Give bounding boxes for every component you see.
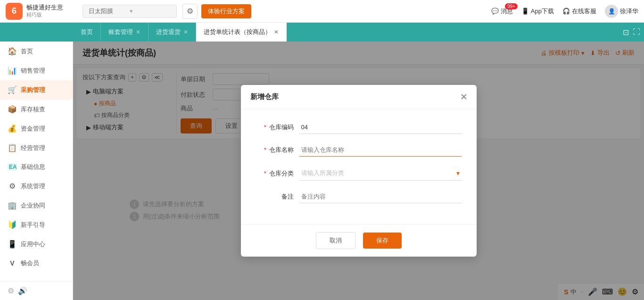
message-badge: 99+ — [505, 3, 518, 9]
search-text: 日太阳膜 — [89, 7, 130, 16]
tab-account-label: 账套管理 — [108, 28, 133, 36]
save-button[interactable]: 保存 — [363, 233, 402, 249]
header-search-box[interactable]: 日太阳膜 ▾ — [83, 5, 177, 18]
sidebar-item-member[interactable]: V 畅会员 — [0, 254, 73, 273]
category-required-star: * — [264, 170, 266, 177]
tab-purchase-return[interactable]: 进货退货 ✕ — [149, 23, 196, 42]
home-icon: 🏠 — [8, 47, 17, 56]
member-icon: V — [8, 259, 17, 267]
sidebar-bottom: ⚙ 🔊 — [0, 281, 73, 300]
app-download-label: App下载 — [531, 7, 554, 16]
tab-purchase-return-label: 进货退货 — [156, 28, 181, 36]
name-required-star: * — [264, 146, 266, 153]
main-layout: 🏠 首页 📊 销售管理 🛒 采购管理 📦 库存核查 💰 资金管理 📋 经营管理 … — [0, 42, 644, 300]
enterprise-icon: 🏢 — [8, 201, 17, 210]
sidebar-item-apps[interactable]: 📱 应用中心 — [0, 234, 73, 254]
system-icon: ⚙ — [8, 182, 17, 191]
operation-icon: 📋 — [8, 143, 17, 152]
tab-purchase-stats[interactable]: 进货单统计表（按商品） ✕ — [196, 23, 287, 42]
name-input[interactable] — [299, 143, 462, 157]
name-label: * 仓库名称 — [256, 146, 294, 154]
code-required-star: * — [264, 124, 266, 131]
tab-account[interactable]: 账套管理 ✕ — [101, 23, 149, 42]
speaker-icon[interactable]: 🔊 — [18, 286, 27, 295]
sidebar-inventory-label: 库存核查 — [21, 105, 45, 114]
headset-icon: 🎧 — [562, 8, 570, 15]
purchase-icon: 🛒 — [8, 85, 17, 94]
form-row-note: 备注 — [256, 190, 462, 203]
sidebar-enterprise-label: 企业协同 — [21, 201, 45, 210]
tab-bar-right: ⊡ ⛶ — [623, 28, 644, 37]
tab-expand-icon[interactable]: ⛶ — [633, 28, 640, 36]
sidebar-item-operation[interactable]: 📋 经营管理 — [0, 138, 73, 158]
tab-account-close[interactable]: ✕ — [136, 29, 140, 35]
settings-bottom-icon[interactable]: ⚙ — [8, 286, 14, 295]
sidebar-item-system[interactable]: ⚙ 系统管理 — [0, 176, 73, 196]
sidebar-item-basic[interactable]: EA 基础信息 — [0, 158, 73, 176]
message-icon: 💬 — [491, 8, 499, 15]
tab-purchase-stats-label: 进货单统计表（按商品） — [204, 28, 271, 36]
code-label: * 仓库编码 — [256, 123, 294, 132]
sidebar-item-inventory[interactable]: 📦 库存核查 — [0, 100, 73, 119]
category-dropdown-icon: ▾ — [456, 169, 460, 177]
sidebar-item-finance[interactable]: 💰 资金管理 — [0, 119, 73, 138]
cancel-button[interactable]: 取消 — [316, 232, 355, 249]
sidebar-member-label: 畅会员 — [21, 259, 39, 267]
app-download-button[interactable]: 📱 App下载 — [521, 7, 554, 16]
tab-home-label: 首页 — [81, 28, 93, 36]
tab-restore-icon[interactable]: ⊡ — [623, 28, 629, 37]
sidebar-item-guide[interactable]: 🔰 新手引导 — [0, 215, 73, 234]
guide-icon: 🔰 — [8, 220, 17, 229]
content-area: 进货单统计(按商品) 🖨 按模板打印 ▾ ⬇ 导出 ↺ 刷新 — [73, 42, 644, 300]
note-label: 备注 — [256, 192, 294, 201]
header-right: 💬 消息 99+ 📱 App下载 🎧 在线客服 👤 徐泽华 — [491, 5, 638, 18]
category-placeholder: 请输入所属分类 — [301, 169, 456, 177]
experience-button[interactable]: 体验行业方案 — [201, 4, 251, 18]
form-row-category: * 仓库分类 请输入所属分类 ▾ — [256, 166, 462, 181]
sidebar-sales-label: 销售管理 — [21, 67, 45, 75]
modal-header: 新增仓库 ✕ — [241, 85, 477, 109]
sidebar: 🏠 首页 📊 销售管理 🛒 采购管理 📦 库存核查 💰 资金管理 📋 经营管理 … — [0, 42, 73, 300]
online-service-button[interactable]: 🎧 在线客服 — [562, 7, 596, 16]
sidebar-item-purchase[interactable]: 🛒 采购管理 — [0, 80, 73, 100]
modal-overlay: 新增仓库 ✕ * 仓库编码 * — [73, 42, 644, 300]
app-logo-icon: 6 — [6, 3, 23, 20]
sidebar-item-home[interactable]: 🏠 首页 — [0, 42, 73, 61]
tab-home[interactable]: 首页 — [73, 23, 101, 42]
gear-button[interactable]: ⚙ — [182, 4, 198, 19]
sidebar-system-label: 系统管理 — [21, 182, 45, 191]
modal-body: * 仓库编码 * 仓库名称 — [241, 109, 477, 224]
sidebar-guide-label: 新手引导 — [21, 221, 45, 229]
tab-purchase-return-close[interactable]: ✕ — [183, 29, 188, 35]
form-row-code: * 仓库编码 — [256, 121, 462, 134]
basic-icon: EA — [8, 163, 17, 171]
sidebar-apps-label: 应用中心 — [21, 240, 45, 249]
new-warehouse-modal: 新增仓库 ✕ * 仓库编码 * — [241, 85, 477, 257]
username-label: 徐泽华 — [620, 7, 638, 16]
dropdown-icon: ▾ — [130, 8, 171, 15]
sales-icon: 📊 — [8, 66, 17, 75]
avatar: 👤 — [605, 5, 618, 18]
finance-icon: 💰 — [8, 124, 17, 133]
modal-close-button[interactable]: ✕ — [460, 93, 467, 101]
message-button[interactable]: 💬 消息 99+ — [491, 7, 513, 16]
modal-title: 新增仓库 — [250, 92, 279, 101]
user-menu[interactable]: 👤 徐泽华 — [605, 5, 638, 18]
header-actions: ⚙ 体验行业方案 — [182, 4, 251, 19]
category-label: * 仓库分类 — [256, 169, 294, 178]
sidebar-item-sales[interactable]: 📊 销售管理 — [0, 61, 73, 80]
online-service-label: 在线客服 — [572, 7, 596, 16]
code-input[interactable] — [299, 121, 462, 134]
sidebar-finance-label: 资金管理 — [21, 125, 45, 133]
sidebar-item-enterprise[interactable]: 🏢 企业协同 — [0, 196, 73, 215]
tab-purchase-stats-close[interactable]: ✕ — [274, 29, 279, 35]
logo-area: 6 畅捷通好生意 精巧版 — [6, 3, 79, 20]
category-select[interactable]: 请输入所属分类 ▾ — [299, 166, 462, 181]
sidebar-operation-label: 经营管理 — [21, 144, 45, 152]
tab-bar: 首页 账套管理 ✕ 进货退货 ✕ 进货单统计表（按商品） ✕ ⊡ ⛶ — [0, 23, 644, 42]
top-header: 6 畅捷通好生意 精巧版 日太阳膜 ▾ ⚙ 体验行业方案 💬 消息 99+ 📱 … — [0, 0, 644, 23]
inventory-icon: 📦 — [8, 105, 17, 114]
sidebar-purchase-label: 采购管理 — [21, 86, 45, 94]
note-input[interactable] — [299, 190, 462, 203]
app-name: 畅捷通好生意 — [26, 4, 63, 12]
